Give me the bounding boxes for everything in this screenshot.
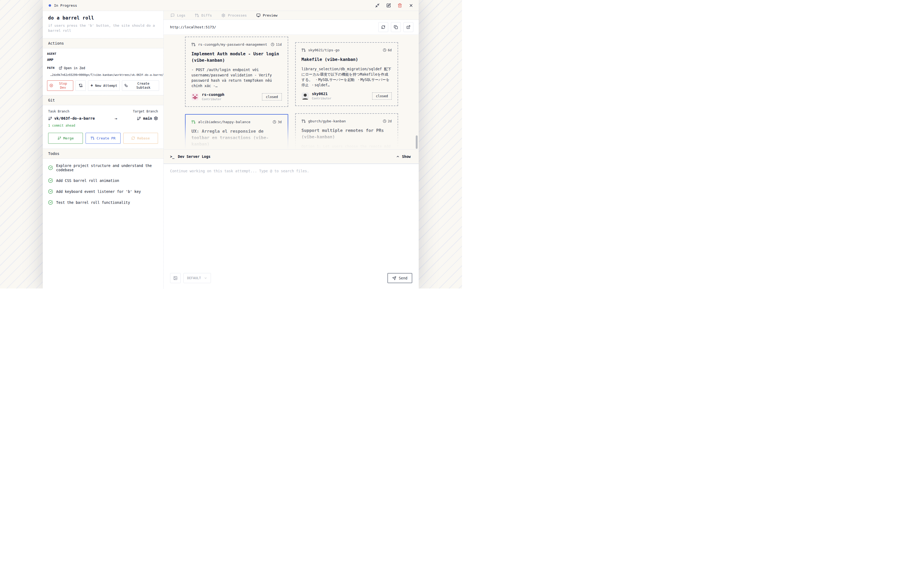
clock-icon <box>271 43 274 46</box>
branch-icon <box>48 116 52 121</box>
preview-monitor-icon <box>257 13 260 18</box>
task-branch-name: vk/063f-do-a-barre <box>48 116 95 121</box>
status-badge: closed <box>372 92 392 100</box>
edit-icon <box>386 3 391 8</box>
gear-icon <box>154 116 158 121</box>
logs-scroll-icon <box>79 84 82 87</box>
image-icon <box>173 276 178 280</box>
card-title: Makefile (vibe-kanban) <box>302 56 392 63</box>
send-button[interactable]: Send <box>388 273 412 283</box>
pull-request-icon <box>302 48 305 52</box>
pull-request-icon <box>302 119 305 123</box>
refresh-button[interactable] <box>378 22 388 32</box>
commit-status: 1 commit ahead <box>47 124 160 127</box>
terminal-icon: >_ <box>170 155 174 159</box>
show-logs-toggle[interactable]: Show <box>394 154 412 159</box>
tab-logs[interactable]: Logs <box>171 13 185 18</box>
minimize-button[interactable] <box>373 2 381 9</box>
check-circle-icon <box>48 178 53 183</box>
workspace: Logs Diffs Processes Preview <box>164 11 419 288</box>
card-author: rs-cuongph Contributor <box>202 92 259 101</box>
check-circle-icon <box>48 200 53 205</box>
delete-button[interactable] <box>396 2 404 9</box>
minimize-icon <box>375 3 380 8</box>
refresh-icon <box>381 25 385 29</box>
kanban-card[interactable]: rs-cuongph/my-password-management 11d Im… <box>185 37 288 107</box>
status-badge: closed <box>262 93 281 100</box>
create-pr-button[interactable]: Create PR <box>86 133 120 144</box>
path-label: PATH <box>47 66 55 70</box>
close-button[interactable] <box>407 2 415 9</box>
avatar <box>302 92 309 100</box>
kanban-card[interactable]: sky0621/tips-go 6d Makefile (vibe-kanban… <box>295 42 398 106</box>
copy-icon <box>394 25 398 29</box>
target-branch-name: main <box>137 116 152 121</box>
preview-scrollbar[interactable] <box>416 135 418 149</box>
task-branch-label: Task Branch <box>48 110 69 113</box>
card-body: Option 1: Let users choose the remote Ad… <box>302 144 392 149</box>
git-section-heading: Git <box>43 95 163 105</box>
logs-icon <box>171 13 174 18</box>
edit-button[interactable] <box>384 2 393 9</box>
kanban-card[interactable]: gburch/gybe-kanban 2d Support multiple r… <box>295 113 398 149</box>
merge-button[interactable]: Merge <box>48 133 83 144</box>
worktree-path: …2dz0k7n62z93299r0000gn/T/vibe-kanban/wo… <box>50 73 159 76</box>
branch-settings-button[interactable] <box>154 116 158 121</box>
open-external-icon <box>406 25 410 29</box>
pull-request-open-icon <box>191 120 195 124</box>
send-icon <box>392 276 396 280</box>
target-branch-label: Target Branch <box>133 110 158 113</box>
new-attempt-button[interactable]: + New Attempt <box>88 81 120 91</box>
card-repo: gburch/gybe-kanban <box>308 119 380 123</box>
clock-icon <box>383 48 386 52</box>
task-dialog: In Progress do a ba <box>43 0 419 288</box>
todos-section-heading: Todos <box>43 148 163 159</box>
kanban-card-selected[interactable]: alcibiadesc/happy-balance 3d UX: Arregla… <box>185 114 288 149</box>
subtask-icon <box>124 84 128 87</box>
message-input[interactable]: Continue working on this task attempt...… <box>170 169 412 273</box>
close-icon <box>409 3 414 8</box>
create-subtask-button[interactable]: Create Subtask <box>122 81 159 91</box>
open-external-button[interactable] <box>404 22 414 32</box>
profile-select[interactable]: DEFAULT <box>183 273 211 283</box>
clock-icon <box>383 119 386 123</box>
branch-icon <box>137 116 141 121</box>
chevron-up-icon <box>396 155 400 158</box>
todo-list: Explore project structure and understand… <box>43 159 163 210</box>
agent-label: AGENT <box>47 52 159 56</box>
tab-diffs[interactable]: Diffs <box>195 13 212 18</box>
stop-icon <box>50 84 53 87</box>
chevron-down-icon <box>204 276 207 280</box>
desktop-background: In Progress do a ba <box>0 0 462 288</box>
refresh-icon <box>131 136 135 140</box>
plus-icon: + <box>90 83 93 88</box>
card-repo: sky0621/tips-go <box>308 48 380 52</box>
agent-value: AMP <box>47 58 159 62</box>
diffs-icon <box>195 13 199 18</box>
workspace-tabs: Logs Diffs Processes Preview <box>164 11 419 20</box>
card-age: 2d <box>383 119 392 123</box>
stop-dev-button[interactable]: Stop Dev <box>47 81 73 91</box>
todo-item: Test the barrel roll functionality <box>48 200 158 205</box>
rebase-button[interactable]: Rebase <box>123 133 158 144</box>
pull-request-icon <box>191 42 195 47</box>
card-title: Support multiple remotes for PRs (vibe-k… <box>302 127 392 140</box>
check-circle-icon <box>48 189 53 194</box>
copy-url-button[interactable] <box>391 22 401 32</box>
card-repo: rs-cuongph/my-password-management <box>198 42 268 47</box>
open-in-zed-link[interactable]: Open in Zed <box>59 66 85 70</box>
card-repo: alcibiadesc/happy-balance <box>198 120 270 124</box>
card-age: 6d <box>383 48 392 52</box>
todo-item: Explore project structure and understand… <box>48 163 158 172</box>
status-dot-icon <box>48 4 51 7</box>
actions-section-heading: Actions <box>43 38 163 48</box>
todo-item: Add CSS barrel roll animation <box>48 178 158 183</box>
dev-logs-button[interactable] <box>75 81 86 91</box>
url-input[interactable]: http://localhost:5173/ <box>170 25 378 29</box>
dialog-header: In Progress <box>43 0 419 11</box>
attach-image-button[interactable] <box>170 273 181 283</box>
clock-icon <box>273 120 276 124</box>
status-indicator: In Progress <box>48 3 77 8</box>
tab-processes[interactable]: Processes <box>221 13 247 18</box>
tab-preview[interactable]: Preview <box>257 13 278 18</box>
